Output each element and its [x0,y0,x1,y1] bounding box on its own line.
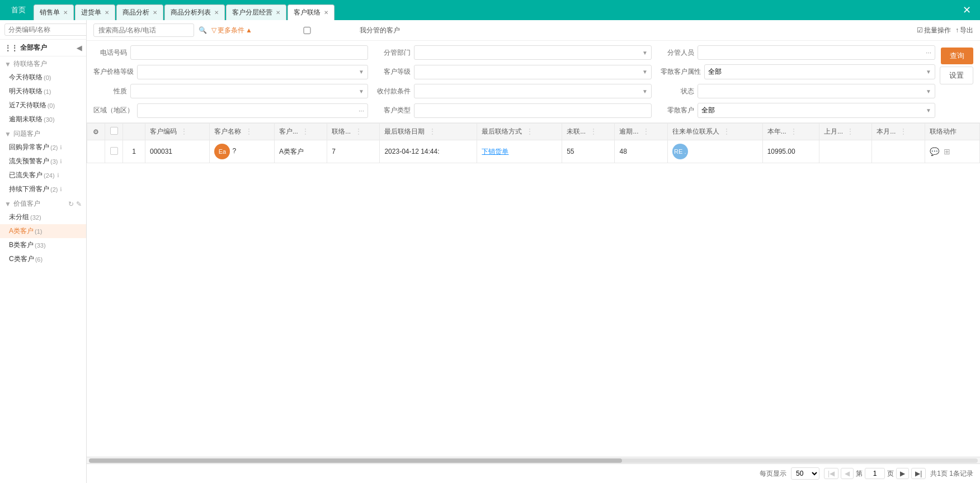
price-tier-select[interactable]: ▼ [137,65,368,79]
sidebar-item-repurchase-abnormal[interactable]: 回购异常客户 (2) ℹ [0,140,86,154]
status-select[interactable]: ▼ [698,84,935,98]
col-contact-count[interactable]: 联络... ⋮ [327,124,380,140]
customer-type-input[interactable] [414,103,652,118]
sidebar-item-class-b[interactable]: B类客户 (33) [0,238,86,252]
col-customer-code[interactable]: 客户编码 ⋮ [145,124,210,140]
col-customer-type[interactable]: 客户... ⋮ [274,124,327,140]
close-icon[interactable]: ✕ [214,10,219,16]
col-resizer[interactable]: ⋮ [181,127,183,135]
sidebar-item-today-contact[interactable]: 今天待联络 (0) [0,70,86,84]
row-last-month [819,140,872,163]
sidebar-item-7day-contact[interactable]: 近7天待联络 (0) [0,98,86,112]
query-button[interactable]: 查询 [941,48,973,64]
per-page-select[interactable]: 50 100 200 [791,467,819,480]
sidebar-item-churn-warning[interactable]: 流失预警客户 (3) ℹ [0,154,86,168]
col-customer-name[interactable]: 客户名称 ⋮ [210,124,274,140]
chevron-down-icon: ▼ [359,88,364,94]
retail-select[interactable]: 全部 ▼ [698,103,935,118]
sidebar-search-input[interactable] [4,23,87,36]
sidebar-item-tomorrow-contact[interactable]: 明天待联络 (1) [0,84,86,98]
nature-select[interactable]: ▼ [130,84,368,98]
row-this-year: 10995.00 [762,140,819,163]
phone-input[interactable] [130,45,368,60]
retail-attr-select[interactable]: 全部 ▼ [704,64,935,79]
col-check[interactable] [105,124,123,140]
refresh-icon[interactable]: ↻ [68,200,74,208]
chat-icon[interactable]: 💬 [930,147,939,156]
col-resizer[interactable]: ⋮ [429,127,431,135]
close-icon[interactable]: ✕ [324,10,328,16]
col-last-month[interactable]: 上月... ⋮ [819,124,872,140]
dept-select[interactable]: ▼ [414,45,652,60]
nav-tab-sales[interactable]: 销售单 ✕ [34,4,74,20]
col-last-contact-date[interactable]: 最后联络日期 ⋮ [380,124,477,140]
col-last-contact-method[interactable]: 最后联络方式 ⋮ [477,124,562,140]
search-input[interactable] [93,23,194,37]
triangle-icon: ▼ [4,200,11,208]
first-page-button[interactable]: |◀ [824,468,838,479]
col-resizer[interactable]: ⋮ [355,127,357,135]
customer-tier-select[interactable]: ▼ [414,65,652,79]
my-customers-check[interactable] [257,27,357,34]
grid-action-icon[interactable]: ⊞ [944,147,950,156]
select-all-checkbox[interactable] [110,127,118,135]
my-customers-checkbox[interactable]: 我分管的客户 [257,26,400,35]
col-resizer[interactable]: ⋮ [246,127,248,135]
close-icon[interactable]: ✕ [105,10,109,16]
prev-page-button[interactable]: ◀ [841,468,854,479]
scrollbar-track[interactable] [89,458,978,463]
sidebar-item-overdue-contact[interactable]: 逾期未联络 (30) [0,112,86,126]
top-nav: 首页 销售单 ✕ 进货单 ✕ 商品分析 ✕ 商品分析列表 ✕ 客户分层经营 ✕ … [0,0,980,20]
sidebar-item-class-c[interactable]: C类客户 (6) [0,252,86,266]
nav-tab-customer-tier[interactable]: 客户分层经营 ✕ [226,4,286,20]
next-page-button[interactable]: ▶ [896,468,909,479]
sidebar-item-churned[interactable]: 已流失客户 (24) ℹ [0,168,86,182]
close-icon[interactable]: ✕ [153,10,157,16]
nav-tab-customer-contact[interactable]: 客户联络 ✕ [288,4,334,20]
page-input[interactable] [865,468,885,479]
manager-input[interactable]: ··· [698,45,935,60]
filter-search-icon[interactable]: 🔍 [199,26,207,34]
close-icon[interactable]: ✕ [276,10,280,16]
col-resizer[interactable]: ⋮ [900,127,902,135]
nav-tab-analysis[interactable]: 商品分析 ✕ [116,4,163,20]
last-page-button[interactable]: ▶| [911,468,926,479]
page-suffix: 页 [887,469,894,479]
main-layout: 🔍 ⋮⋮ 全部客户 ◀ ▼ 待联络客户 今天待联络 (0) 明天待联络 (1) … [0,20,980,483]
row-check[interactable] [105,140,123,163]
col-this-year[interactable]: 本年... ⋮ [762,124,819,140]
col-resizer[interactable]: ⋮ [590,127,592,135]
sidebar-item-declining[interactable]: 持续下滑客户 (2) ℹ [0,182,86,196]
col-resizer[interactable]: ⋮ [302,127,304,135]
col-this-month[interactable]: 本月... ⋮ [872,124,925,140]
export-button[interactable]: ↑ 导出 [955,26,973,35]
nav-tab-purchase[interactable]: 进货单 ✕ [75,4,115,20]
collapse-icon[interactable]: ◀ [77,44,82,52]
region-input[interactable]: ··· [137,103,368,118]
edit-icon[interactable]: ✎ [76,200,82,208]
close-icon[interactable]: ✕ [63,10,68,16]
payment-select[interactable]: ▼ [414,84,652,98]
nav-tab-analysis-list[interactable]: 商品分析列表 ✕ [164,4,225,20]
col-settings[interactable]: ⚙ [87,124,105,140]
set-button[interactable]: 设置 [940,67,973,84]
col-resizer[interactable]: ⋮ [643,127,645,135]
sidebar-item-ungrouped[interactable]: 未分组 (32) [0,210,86,224]
batch-ops-button[interactable]: ☑ 批量操作 [917,26,951,35]
window-close-button[interactable]: ✕ [958,4,976,16]
col-overdue[interactable]: 逾期... ⋮ [615,124,667,140]
scrollbar-thumb[interactable] [89,458,622,463]
col-resizer[interactable]: ⋮ [847,127,849,135]
col-no-contact[interactable]: 未联... ⋮ [562,124,615,140]
horizontal-scrollbar[interactable] [87,457,980,463]
more-conditions-button[interactable]: ▽ 更多条件 ▲ [211,26,252,35]
col-resizer[interactable]: ⋮ [526,127,529,135]
col-resizer[interactable]: ⋮ [790,127,793,135]
nav-home[interactable]: 首页 [4,0,32,20]
row-last-contact-method[interactable]: 下销货单 [477,140,562,163]
sidebar-item-class-a[interactable]: A类客户 (1) [0,224,86,238]
row-checkbox[interactable] [110,147,118,155]
sidebar-all-customers[interactable]: ⋮⋮ 全部客户 ◀ [0,40,86,56]
col-contacts-person[interactable]: 往来单位联系人 ⋮ [667,124,762,140]
col-resizer[interactable]: ⋮ [723,127,725,135]
